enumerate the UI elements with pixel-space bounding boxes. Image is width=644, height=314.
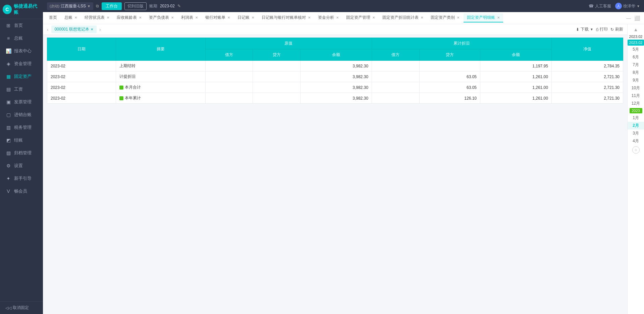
month-1[interactable]: 1月: [628, 114, 644, 122]
tab-home[interactable]: 首页: [46, 13, 60, 22]
right-panel-date-2[interactable]: 2023.02: [628, 40, 644, 46]
tab-fixed-detail[interactable]: 固定资产明细账 ✕: [464, 13, 503, 22]
tab-fixed-cat[interactable]: 固定资产类别 ✕: [427, 13, 463, 22]
sidebar-item-general[interactable]: ≡ 总账: [0, 32, 43, 45]
company-selector[interactable]: (勿动) 江西服垂-LSS ▼: [47, 2, 93, 10]
print-button[interactable]: ⎙ 打印: [596, 27, 608, 32]
username: 徐泽华: [623, 3, 635, 9]
service-icon: ☎: [589, 4, 594, 8]
th-date: 日期: [47, 38, 116, 61]
month-5[interactable]: 5月: [628, 46, 644, 53]
right-panel-circle-btn[interactable]: ○: [632, 146, 640, 154]
cell-net-2: 2,721.30: [551, 82, 623, 93]
fixed-icon: ▦: [5, 73, 11, 80]
sidebar-item-home[interactable]: ⊞ 首页: [0, 19, 43, 32]
tab-profit[interactable]: 利润表 ✕: [178, 13, 201, 22]
sidebar-item-invoice[interactable]: ▣ 发票管理: [0, 96, 43, 108]
download-button[interactable]: ⬇ 下载 ▼: [576, 27, 593, 32]
tab-assets-close[interactable]: ✕: [171, 16, 174, 19]
right-panel-date-1[interactable]: 2023.02: [628, 34, 644, 40]
tab-general[interactable]: 总账 ✕: [61, 13, 80, 22]
right-panel-up-arrow[interactable]: ▲: [632, 25, 640, 34]
unpin-button[interactable]: ◁◁ 取消固定: [0, 301, 43, 314]
sidebar-item-capital[interactable]: ◈ 资金管理: [0, 57, 43, 70]
sidebar-item-close[interactable]: ◩ 结账: [0, 134, 43, 147]
tab-profit-close[interactable]: ✕: [195, 16, 198, 19]
sidebar-item-archive[interactable]: ▧ 归档管理: [0, 147, 43, 159]
month-8[interactable]: 8月: [628, 69, 644, 76]
tab-fixed-detail-close[interactable]: ✕: [497, 16, 500, 19]
period-value: 2023-02: [160, 4, 175, 8]
tab-journal[interactable]: 日记账 ✕: [234, 13, 258, 22]
subnav-forward-arrow[interactable]: ›: [99, 27, 101, 32]
tab-receivable[interactable]: 应收账龄表 ✕: [113, 13, 145, 22]
guide-icon: ✦: [5, 175, 11, 181]
sidebar-item-settings[interactable]: ⚙ 设置: [0, 159, 43, 172]
month-6[interactable]: 6月: [628, 53, 644, 61]
service-label: 人工客服: [595, 3, 611, 9]
tab-journal-bank-close[interactable]: ✕: [308, 16, 311, 19]
tab-fixed-dep-label: 固定资产折旧统计表: [382, 15, 419, 20]
subnav-back-arrow[interactable]: ‹: [47, 27, 49, 32]
tab-fixed-mgmt-close[interactable]: ✕: [372, 16, 375, 19]
tab-fixed-dep[interactable]: 固定资产折旧统计表 ✕: [379, 13, 427, 22]
sidebar-item-guide[interactable]: ✦ 新手引导: [0, 172, 43, 185]
unpin-label: 取消固定: [13, 305, 29, 311]
month-10[interactable]: 10月: [628, 84, 644, 92]
sidebar-item-fixed[interactable]: ▦ 固定资产: [0, 70, 43, 83]
month-2[interactable]: 2月: [628, 122, 644, 129]
human-service-button[interactable]: ☎ 人工客服: [589, 3, 611, 9]
tab-journal-close[interactable]: ✕: [252, 16, 254, 19]
copy-icon[interactable]: ⧉: [96, 4, 99, 8]
tab-operation[interactable]: 经营状况表 ✕: [81, 13, 113, 22]
workbench-button[interactable]: 工作台: [102, 2, 122, 10]
tab-general-label: 总账: [64, 15, 72, 20]
breadcrumb-close-icon[interactable]: ✕: [91, 28, 93, 31]
tab-receivable-close[interactable]: ✕: [139, 16, 142, 19]
sidebar-item-member[interactable]: V 畅会员: [0, 185, 43, 198]
cell-desc-0: 上期结转: [116, 61, 205, 71]
switch-button[interactable]: 切到旧版: [124, 2, 147, 10]
topbar-right: ☎ 人工客服 人 徐泽华 ▼: [589, 3, 640, 9]
cell-date-1: 2023-02: [47, 71, 116, 82]
tab-window-max[interactable]: ⬜: [633, 15, 641, 21]
month-11[interactable]: 11月: [628, 92, 644, 100]
tab-bank[interactable]: 银行对账单 ✕: [202, 13, 233, 22]
sidebar-item-sales[interactable]: ▢ 进销台账: [0, 108, 43, 121]
company-name: 江西服垂-LSS: [61, 3, 86, 9]
tab-operation-close[interactable]: ✕: [107, 16, 109, 19]
month-4[interactable]: 4月: [628, 137, 644, 145]
tab-fixed-dep-close[interactable]: ✕: [421, 16, 423, 19]
subnav-breadcrumb: 000001 联想笔记本 ✕: [51, 25, 97, 33]
tab-bank-close[interactable]: ✕: [227, 16, 230, 19]
sidebar-item-reports[interactable]: 📊 报表中心: [0, 45, 43, 57]
cell-desc-1: 计提折旧: [116, 71, 205, 82]
tab-receivable-label: 应收账龄表: [117, 15, 137, 20]
refresh-button[interactable]: ↻ 刷新: [610, 27, 623, 32]
cell-net-3: 2,721.30: [551, 93, 623, 104]
tab-fixed-mgmt[interactable]: 固定资产管理 ✕: [343, 13, 378, 22]
period-edit-icon[interactable]: ✎: [177, 4, 181, 8]
cell-dep-credit-2: 63.05: [419, 82, 480, 93]
tab-assets[interactable]: 资产负债表 ✕: [146, 13, 177, 22]
month-3[interactable]: 3月: [628, 129, 644, 137]
user-profile[interactable]: 人 徐泽华 ▼: [615, 3, 640, 9]
cell-dep-debit-3: [372, 93, 419, 104]
month-12[interactable]: 12月: [628, 100, 644, 107]
sidebar-item-label: 固定资产: [14, 73, 32, 80]
month-7[interactable]: 7月: [628, 61, 644, 69]
month-9[interactable]: 9月: [628, 76, 644, 84]
th-depreciation: 累计折旧: [372, 38, 551, 49]
tab-fixed-cat-close[interactable]: ✕: [457, 16, 460, 19]
tab-capital-close[interactable]: ✕: [336, 16, 339, 19]
tab-general-close[interactable]: ✕: [74, 16, 77, 19]
cell-date-3: 2023-02: [47, 93, 116, 104]
tab-window-min[interactable]: —: [625, 15, 632, 21]
tab-profit-label: 利润表: [181, 15, 193, 20]
tab-journal-bank[interactable]: 日记账与银行对账单核对 ✕: [258, 13, 314, 22]
tab-capital[interactable]: 资金分析 ✕: [315, 13, 342, 22]
th-dep-balance: 余额: [480, 49, 551, 61]
sidebar-item-payroll[interactable]: ▤ 工资: [0, 83, 43, 96]
cell-dep-debit-0: [372, 61, 419, 71]
sidebar-item-tax[interactable]: ▥ 税务管理: [0, 121, 43, 134]
